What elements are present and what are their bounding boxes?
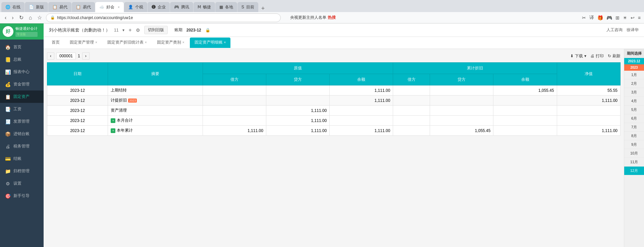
- sidebar-item-首页[interactable]: 🏠首页: [0, 41, 44, 53]
- page-tab-close-icon[interactable]: ×: [95, 41, 97, 44]
- help-label[interactable]: 人工咨询: [606, 27, 623, 33]
- page-tab-固定资产明细账[interactable]: 固定资产明细账×: [190, 38, 231, 48]
- sidebar-item-总账[interactable]: 📒总账: [0, 53, 44, 66]
- browser-tab[interactable]: 👤个税: [124, 2, 147, 12]
- browser-tab[interactable]: 📋易代: [48, 2, 71, 12]
- page-tab-固定资产管理[interactable]: 固定资产管理×: [65, 38, 102, 48]
- sidebar-label: 工资: [13, 106, 21, 112]
- sidebar-item-设置[interactable]: ⚙设置: [0, 177, 44, 190]
- next-page-button[interactable]: ›: [82, 52, 90, 60]
- cell-acc-balance: 1,055.45: [493, 85, 557, 96]
- home-button[interactable]: ⌂: [28, 14, 34, 21]
- month-item-11月[interactable]: 11月: [624, 158, 644, 167]
- page-tab-固定资产折旧统计表[interactable]: 固定资产折旧统计表×: [103, 38, 152, 48]
- sidebar-label: 归档管理: [13, 168, 30, 174]
- col-accumulated: 累计折旧: [393, 63, 557, 74]
- cell-acc-credit: [430, 96, 493, 106]
- col-date: 日期: [47, 63, 108, 85]
- page-tab-固定资产类别[interactable]: 固定资产类别×: [152, 38, 189, 48]
- sidebar-item-新手引导[interactable]: 🎯新手引导: [0, 190, 44, 202]
- page-tab-label: 固定资产管理: [70, 40, 94, 45]
- sidebar-icon: ⚙: [5, 181, 11, 186]
- month-item-7月[interactable]: 7月: [624, 123, 644, 132]
- sidebar-item-资金管理[interactable]: 💰资金管理: [0, 78, 44, 90]
- sidebar-icon: 📊: [5, 69, 11, 75]
- sidebar-item-归档管理[interactable]: 📁归档管理: [0, 165, 44, 177]
- page-tab-label: 固定资产折旧统计表: [107, 40, 144, 45]
- forward-button[interactable]: ›: [10, 14, 15, 21]
- cell-net-value: [557, 116, 620, 126]
- prev-page-button[interactable]: ‹: [47, 52, 54, 60]
- tab-close-icon[interactable]: ×: [118, 5, 120, 9]
- month-item-3月[interactable]: 3月: [624, 88, 644, 97]
- company-name: 刘小艳演示账套（勿删勿动！）: [49, 27, 110, 33]
- refresh-button[interactable]: ↻ 刷新: [608, 53, 621, 59]
- cell-acc-credit: 1,055.45: [430, 126, 493, 136]
- dropdown-icon[interactable]: ▾: [122, 28, 124, 33]
- page-tab-close-icon[interactable]: ×: [224, 41, 226, 44]
- cell-acc-balance: [493, 96, 557, 106]
- col-acc-balance: 余额: [493, 74, 557, 85]
- settings-button[interactable]: ⚙: [136, 27, 140, 33]
- sidebar-item-进销台账[interactable]: 📦进销台账: [0, 128, 44, 140]
- browser-tab[interactable]: ▦各地: [215, 2, 237, 12]
- month-item-2月[interactable]: 2月: [624, 79, 644, 88]
- sidebar-item-结账[interactable]: 💳结账: [0, 152, 44, 165]
- browser-tab[interactable]: Ⅿ畅捷: [194, 2, 215, 12]
- cell-date: 2023-12: [47, 116, 108, 126]
- sidebar-item-税务管理[interactable]: 🖨税务管理: [0, 140, 44, 152]
- page-tab-close-icon[interactable]: ×: [182, 41, 184, 44]
- reload-button[interactable]: ↻: [18, 14, 25, 21]
- lock-icon: 🔒: [205, 28, 210, 33]
- browser-tab[interactable]: 🅒企业: [148, 2, 170, 12]
- sidebar-item-报表中心[interactable]: 📊报表中心: [0, 66, 44, 78]
- ledger-content: ‹ 000001 1 › ⬇ 下载 ▾ 🖨 打印: [44, 49, 624, 247]
- page-tab-首页[interactable]: 首页: [47, 38, 64, 48]
- ledger-toolbar: ‹ 000001 1 › ⬇ 下载 ▾ 🖨 打印: [47, 52, 621, 60]
- browser-tab[interactable]: 📋易代: [72, 2, 95, 12]
- cell-date: 2023-12: [47, 96, 108, 106]
- month-item-5月[interactable]: 5月: [624, 106, 644, 114]
- url-input[interactable]: 🔒 https://cloud.chanjet.com/accounting/u…: [46, 13, 281, 22]
- browser-tab[interactable]: S目前: [237, 2, 258, 12]
- month-item-4月[interactable]: 4月: [624, 97, 644, 106]
- user-label[interactable]: 徐译华: [627, 27, 639, 33]
- back-button[interactable]: ‹: [3, 14, 8, 21]
- sidebar-label: 结账: [13, 156, 21, 162]
- print-button[interactable]: 🖨 打印: [590, 53, 604, 59]
- sidebar-item-发票管理[interactable]: 🧾发票管理: [0, 115, 44, 128]
- sidebar-label: 进销台账: [13, 131, 30, 137]
- account-code[interactable]: 000001: [56, 53, 76, 59]
- add-button[interactable]: +: [128, 27, 131, 33]
- sidebar-item-固定资产[interactable]: 📋固定资产: [0, 90, 44, 103]
- scissors-icon: ✂: [582, 15, 586, 20]
- table-row: 2023-12 +本年累计 1,111.00 1,111.00 1,111.00…: [47, 126, 621, 136]
- sidebar-item-工资[interactable]: 📑工资: [0, 103, 44, 115]
- browser-tab[interactable]: 🎮腾讯: [170, 2, 193, 12]
- browser-tab[interactable]: 🌐在线: [1, 2, 24, 12]
- menu-icon: ≡: [638, 15, 641, 20]
- bookmark-button[interactable]: ☆: [36, 14, 43, 21]
- month-item-12月[interactable]: 12月: [624, 167, 644, 175]
- brightness-icon: ☀: [623, 15, 627, 20]
- cell-acc-credit: [430, 85, 493, 96]
- month-item-6月[interactable]: 6月: [624, 114, 644, 123]
- new-tab-button[interactable]: +: [259, 5, 268, 12]
- browser-tab[interactable]: ☁️好会×: [95, 2, 124, 12]
- month-item-8月[interactable]: 8月: [624, 132, 644, 140]
- logo-text: 畅捷通好会计: [15, 26, 38, 31]
- month-item-1月[interactable]: 1月: [624, 71, 644, 79]
- cell-acc-balance: [493, 106, 557, 116]
- cell-orig-credit: [266, 96, 329, 106]
- switch-version-button[interactable]: 切到旧版: [144, 26, 168, 34]
- download-button[interactable]: ⬇ 下载 ▾: [570, 53, 586, 59]
- page-tab-close-icon[interactable]: ×: [145, 41, 147, 44]
- page-tab-label: 固定资产类别: [157, 40, 181, 45]
- month-item-10月[interactable]: 10月: [624, 149, 644, 158]
- sidebar-label: 固定资产: [13, 94, 30, 100]
- table-row: 2023-12 +本月合计 1,111.00: [47, 116, 621, 126]
- cell-acc-debit: [393, 116, 430, 126]
- browser-tab[interactable]: 📄新版: [25, 2, 48, 12]
- logo-tag: 专业版: [15, 32, 38, 37]
- month-item-9月[interactable]: 9月: [624, 140, 644, 149]
